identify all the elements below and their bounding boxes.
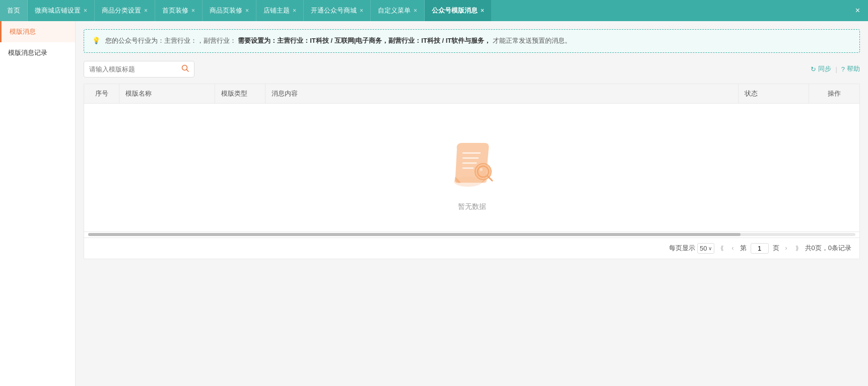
close-custom-menu-icon[interactable]: × <box>414 7 417 14</box>
search-bar: ↻ 同步 | ? 帮助 <box>84 61 860 78</box>
help-button[interactable]: ? 帮助 <box>841 64 860 73</box>
top-navigation: 首页 微商城店铺设置 × 商品分类设置 × 首页装修 × 商品页装修 × 店铺主… <box>0 0 868 21</box>
th-name: 模版名称 <box>119 84 215 103</box>
tab-home[interactable]: 首页 <box>0 0 28 21</box>
close-home-decor-icon[interactable]: × <box>191 7 195 14</box>
empty-state: 暂无数据 <box>84 104 859 231</box>
search-input-wrap <box>84 61 194 78</box>
sidebar-item-template-msg-log[interactable]: 模版消息记录 <box>0 42 75 63</box>
pagination: 每页显示 50 ∨ ⟪ ‹ 第 页 › ⟫ 共0页，0条记录 <box>84 238 859 259</box>
scrollbar-track[interactable] <box>88 233 855 236</box>
close-category-setting-icon[interactable]: × <box>144 7 148 14</box>
page-number-input[interactable] <box>751 243 769 254</box>
th-action: 操作 <box>809 84 859 103</box>
close-open-mall-icon[interactable]: × <box>360 7 363 14</box>
close-product-decor-icon[interactable]: × <box>245 7 249 14</box>
close-template-msg-icon[interactable]: × <box>481 7 484 14</box>
page-summary: 共0页，0条记录 <box>805 244 851 253</box>
sidebar-item-template-msg[interactable]: 模版消息 <box>0 21 75 42</box>
scrollbar-thumb[interactable] <box>88 233 741 236</box>
actions-divider: | <box>835 65 837 73</box>
page-size-select: 每页显示 50 ∨ <box>669 243 714 254</box>
th-type: 模版类型 <box>215 84 265 103</box>
notice-icon: 💡 <box>92 37 100 44</box>
tab-open-mall[interactable]: 开通公众号商城 × <box>304 0 371 21</box>
page-first-button[interactable]: ⟪ <box>718 244 726 253</box>
tab-template-msg[interactable]: 公众号模版消息 × <box>425 0 492 21</box>
tab-category-setting[interactable]: 商品分类设置 × <box>95 0 155 21</box>
data-table: 序号 模版名称 模版类型 消息内容 状态 操作 <box>84 84 860 259</box>
sync-button[interactable]: ↻ 同步 <box>811 64 831 73</box>
tab-product-decor[interactable]: 商品页装修 × <box>203 0 256 21</box>
table-header: 序号 模版名称 模版类型 消息内容 状态 操作 <box>84 84 859 104</box>
main-layout: 模版消息 模版消息记录 💡 您的公众号行业为：主营行业：，副营行业： 需要设置为… <box>0 21 868 386</box>
horizontal-scrollbar[interactable] <box>84 231 859 238</box>
th-status: 状态 <box>739 84 809 103</box>
close-shop-theme-icon[interactable]: × <box>293 7 296 14</box>
page-prev-button[interactable]: ‹ <box>730 244 736 253</box>
th-seq: 序号 <box>84 84 119 103</box>
sidebar: 模版消息 模版消息记录 <box>0 21 76 386</box>
close-shop-setting-icon[interactable]: × <box>84 7 87 14</box>
tab-shop-theme[interactable]: 店铺主题 × <box>256 0 304 21</box>
page-last-button[interactable]: ⟫ <box>793 244 801 253</box>
content-area: 💡 您的公众号行业为：主营行业：，副营行业： 需要设置为：主营行业：IT科技 /… <box>76 21 868 386</box>
empty-state-icon <box>442 134 502 194</box>
page-size-dropdown[interactable]: 50 ∨ <box>697 243 714 254</box>
close-all-button[interactable]: × <box>847 0 868 21</box>
search-actions: ↻ 同步 | ? 帮助 <box>811 64 860 73</box>
svg-point-10 <box>480 168 483 171</box>
page-next-button[interactable]: › <box>783 244 789 253</box>
search-input[interactable] <box>84 62 177 76</box>
tab-home-decor[interactable]: 首页装修 × <box>155 0 203 21</box>
tab-custom-menu[interactable]: 自定义菜单 × <box>371 0 425 21</box>
search-button[interactable] <box>177 61 193 77</box>
sync-icon: ↻ <box>811 65 816 73</box>
svg-line-9 <box>488 176 492 181</box>
notice-box: 💡 您的公众号行业为：主营行业：，副营行业： 需要设置为：主营行业：IT科技 /… <box>84 29 860 53</box>
svg-line-1 <box>187 69 189 71</box>
th-content: 消息内容 <box>265 84 739 103</box>
chevron-down-icon: ∨ <box>708 246 712 251</box>
empty-text: 暂无数据 <box>458 202 486 211</box>
tab-shop-setting[interactable]: 微商城店铺设置 × <box>28 0 95 21</box>
help-icon: ? <box>841 65 845 73</box>
